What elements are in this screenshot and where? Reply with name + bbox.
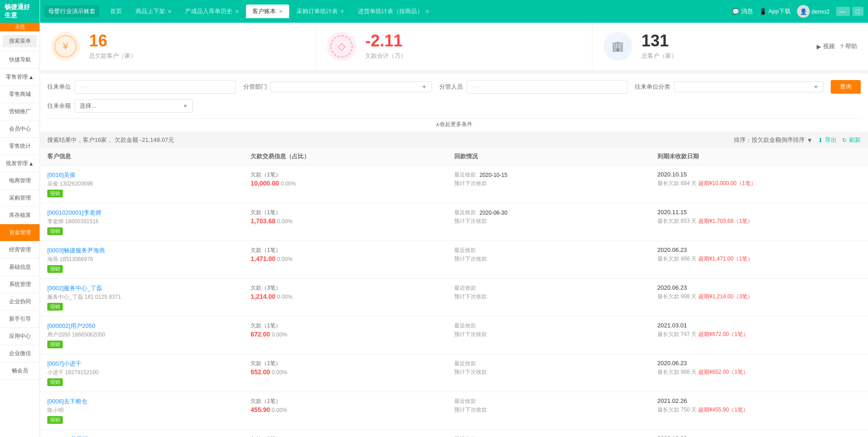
due-date: 2020.06.23 xyxy=(657,360,861,367)
customer-phone: 用户2050 18665062050 xyxy=(47,331,251,339)
filter-item-dept: 分管部门 ▼ xyxy=(243,81,432,92)
help-button[interactable]: ? 帮助 xyxy=(840,42,857,50)
sidebar-item-retail-stats[interactable]: 零售统计 xyxy=(0,138,40,155)
tab-purchase-stats[interactable]: 采购订单统计表 × xyxy=(290,5,351,18)
overdue-amount-link[interactable]: 超期¥672.00（1笔） xyxy=(698,331,748,337)
overdue-amount-link[interactable]: 超期¥1,214.00（3笔） xyxy=(698,293,753,300)
customer-info-cell: [0016]吴俊 吴俊 13026203696 现销 xyxy=(47,171,251,197)
sidebar-item-apps[interactable]: 应用中心 xyxy=(0,328,40,345)
search-menu-button[interactable]: 搜索菜单 xyxy=(3,35,37,47)
debt-percent: 0.00% xyxy=(277,294,292,300)
app-download-button[interactable]: 📱 App下载 xyxy=(759,7,791,15)
recovery-latest-label: 最近收款 xyxy=(454,435,476,437)
debt-amount-row: 1,703.68 0.00% xyxy=(251,217,454,225)
sidebar-item-shortcut[interactable]: 快捷导航 xyxy=(0,51,40,69)
refresh-icon: ↻ xyxy=(842,137,847,144)
dots-icon: ··· xyxy=(472,83,480,91)
user-label: demo2 xyxy=(812,8,830,15)
tab-close-icon[interactable]: × xyxy=(235,8,239,15)
user-menu[interactable]: 👤 demo2 xyxy=(797,5,830,18)
video-button[interactable]: ▶ 视频 xyxy=(817,42,835,50)
customer-name-link[interactable]: [0007]小进千 xyxy=(47,360,251,368)
sidebar-item-member[interactable]: 会员中心 xyxy=(0,121,40,138)
recovery-latest-label: 最近收款 xyxy=(454,171,476,179)
recovery-latest-date: 2020-06-30 xyxy=(480,210,507,216)
recovery-cell: 最近收款 预计下次收款 xyxy=(454,246,657,264)
tab-product-listing[interactable]: 商品上下架 × xyxy=(129,5,178,18)
filter-select-category[interactable]: ▼ xyxy=(674,81,823,92)
sidebar-item-label: 零售商城 xyxy=(9,91,31,97)
recovery-latest: 最近收款 xyxy=(454,322,657,330)
maximize-button[interactable]: □ xyxy=(853,7,863,16)
tab-close-icon[interactable]: × xyxy=(168,8,171,15)
sidebar-item-enterprise-wechat[interactable]: 企业微信 xyxy=(0,345,40,362)
filter-select-balance[interactable]: 选择... ▼ xyxy=(75,99,193,113)
customer-name-link[interactable]: [0002]服务中心_丁磊 xyxy=(47,284,251,292)
overdue-amount-link[interactable]: 超期¥10,000.00（1笔） xyxy=(698,180,756,186)
main-area: 母婴行业演示账套 首页 商品上下架 × 产成品入库单历史 × 客户账本 × xyxy=(40,0,868,437)
sidebar-item-operations[interactable]: 经营管理 xyxy=(0,241,40,259)
sidebar-item-marketing[interactable]: 营销推广 xyxy=(0,103,40,121)
sidebar-brand[interactable]: 示范 xyxy=(0,23,40,31)
tab-customer-ledger[interactable]: 客户账本 × xyxy=(246,5,289,18)
sidebar-item-label: 会员中心 xyxy=(9,126,31,132)
recovery-latest: 最近收款 2020-10-15 xyxy=(454,171,657,179)
sidebar-item-finance[interactable]: 资金管理 xyxy=(0,224,40,241)
export-button[interactable]: ⬇ 导出 xyxy=(818,136,837,144)
sidebar-item-system[interactable]: 系统管理 xyxy=(0,276,40,293)
customer-name-link[interactable]: [0003]畅捷服务尹海燕 xyxy=(47,246,251,255)
sidebar-item-basic-info[interactable]: 基础信息 xyxy=(0,259,40,276)
overdue-amount-link[interactable]: 超期¥1,703.68（1笔） xyxy=(698,218,753,224)
collapse-filters-button[interactable]: ∧ 收起更多条件 xyxy=(47,118,861,132)
filter-input-person[interactable]: ··· xyxy=(467,80,628,94)
tab-close-icon[interactable]: × xyxy=(279,8,282,15)
sidebar-item-purchase[interactable]: 采购管理 xyxy=(0,190,40,207)
overdue-amount-link[interactable]: 超期¥1,471.00（1笔） xyxy=(698,256,753,262)
app-label: App下载 xyxy=(768,7,791,15)
sidebar-item-retail-mgmt[interactable]: 零售管理 ▲ xyxy=(0,69,40,86)
debt-count: 欠款（1笔） xyxy=(251,435,454,437)
customer-name-link[interactable]: [000001]黄思源 xyxy=(47,435,251,437)
sidebar-item-member-plus[interactable]: 畅会员 xyxy=(0,362,40,380)
message-button[interactable]: 💬 消息 xyxy=(732,7,753,15)
tab-purchase-list-stats[interactable]: 进货单统计表（按商品） × xyxy=(351,5,436,18)
sidebar-item-inventory[interactable]: 库存核算 xyxy=(0,207,40,224)
tab-close-icon[interactable]: × xyxy=(426,8,429,15)
due-date-cell: 2021.03.01 最长欠款 747 天 超期¥672.00（1笔） xyxy=(657,322,861,338)
tab-finished-goods[interactable]: 产成品入库单历史 × xyxy=(179,5,245,18)
sort-button[interactable]: 排序：按欠款金额倒序排序 ▼ xyxy=(734,136,813,144)
chevron-down-icon: ▼ xyxy=(813,84,818,90)
sidebar-item-label: 零售统计 xyxy=(9,143,31,149)
debt-percent: 0.00% xyxy=(281,181,296,187)
filter-select-dept[interactable]: ▼ xyxy=(271,81,432,92)
due-date: 2020.12.30 xyxy=(657,435,861,437)
recovery-latest-label: 最近收款 xyxy=(454,246,476,254)
overdue-days: 最长欠款 853 天 超期¥1,703.68（1笔） xyxy=(657,217,861,225)
customer-name-link[interactable]: [0001020001]李老师 xyxy=(47,209,251,217)
sidebar-item-newbie[interactable]: 新手引导 xyxy=(0,311,40,328)
filter-input-customer[interactable]: ··· xyxy=(75,80,236,94)
message-icon: 💬 xyxy=(732,8,739,15)
overdue-amount-link[interactable]: 超期¥455.90（1笔） xyxy=(698,407,748,413)
customer-tag: 现销 xyxy=(47,341,63,348)
sidebar-item-enterprise[interactable]: 企业协同 xyxy=(0,293,40,311)
tab-home[interactable]: 首页 xyxy=(104,5,128,18)
customer-name-link[interactable]: [0016]吴俊 xyxy=(47,171,251,179)
recovery-latest-date: 2020-10-15 xyxy=(480,172,507,178)
customer-name-link[interactable]: [0006]去下粮仓 xyxy=(47,397,251,406)
industry-title[interactable]: 母婴行业演示账套 xyxy=(45,5,99,17)
minimize-button[interactable]: — xyxy=(836,7,850,16)
overdue-amount-link[interactable]: 超期¥652.00（1笔） xyxy=(698,369,748,375)
search-button[interactable]: 查询 xyxy=(831,80,861,94)
recovery-next-label: 预计下次收款 xyxy=(454,217,487,225)
sidebar-item-retail-mall[interactable]: 零售商城 xyxy=(0,86,40,103)
customer-name-link[interactable]: [000002]用户2050 xyxy=(47,322,251,330)
phone-icon: 📱 xyxy=(759,8,767,15)
sidebar-item-ecommerce[interactable]: 电商管理 xyxy=(0,172,40,190)
filter-area: 往来单位 ··· 分管部门 ▼ 分管人员 xyxy=(40,74,868,132)
refresh-button[interactable]: ↻ 刷新 xyxy=(842,136,861,144)
tab-close-icon[interactable]: × xyxy=(341,8,344,15)
recovery-latest-label: 最近收款 xyxy=(454,322,476,330)
sidebar-item-wholesale[interactable]: 批发管理 ▲ xyxy=(0,155,40,172)
customer-tag: 现销 xyxy=(47,265,63,273)
